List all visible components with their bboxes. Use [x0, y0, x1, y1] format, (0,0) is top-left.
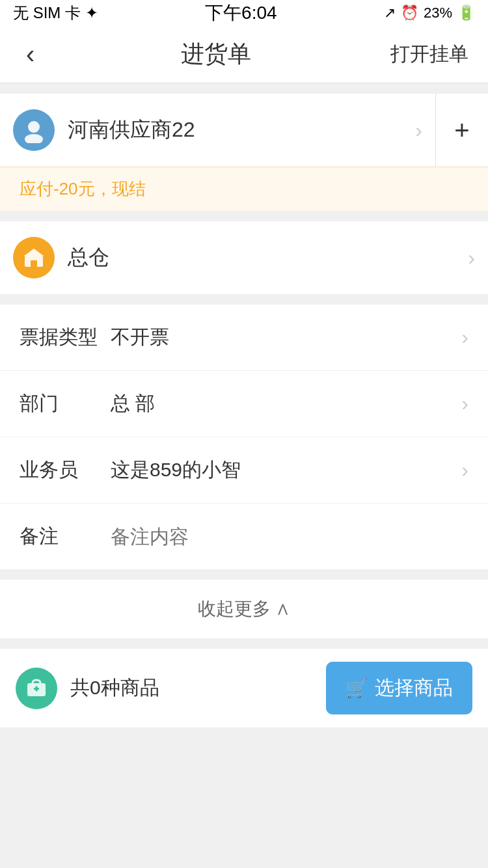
supplier-selector[interactable]: 河南供应商22 ›	[0, 94, 436, 167]
page-title: 进货单	[181, 38, 251, 70]
svg-point-0	[28, 121, 40, 133]
content: 河南供应商22 › + 应付-20元，现结 总仓 › 票据类型 不开票 › 部门…	[0, 94, 488, 868]
warehouse-icon	[13, 237, 55, 278]
warehouse-name: 总仓	[68, 243, 461, 272]
invoice-type-label: 票据类型	[20, 324, 111, 351]
no-sim-label: 无 SIM 卡 ✦	[13, 3, 98, 23]
select-btn-label: 选择商品	[375, 675, 453, 701]
note-input[interactable]	[111, 526, 468, 548]
nav-bar: ‹ 进货单 打开挂单	[0, 26, 488, 83]
salesman-label: 业务员	[20, 457, 111, 483]
add-supplier-button[interactable]: +	[436, 94, 488, 167]
note-row[interactable]: 备注	[0, 504, 488, 569]
product-icon	[16, 668, 57, 709]
info-banner: 应付-20元，现结	[0, 167, 488, 211]
supplier-name: 河南供应商22	[68, 116, 409, 144]
salesman-value: 这是859的小智	[111, 457, 455, 483]
cart-icon: 🛒	[346, 677, 368, 699]
department-label: 部门	[20, 390, 111, 417]
back-button[interactable]: ‹	[20, 33, 41, 75]
alarm-icon: ⏰	[401, 5, 418, 21]
note-label: 备注	[20, 523, 111, 550]
collapse-row[interactable]: 收起更多 ∧	[0, 580, 488, 638]
form-section: 票据类型 不开票 › 部门 总 部 › 业务员 这是859的小智 › 备注	[0, 305, 488, 569]
department-chevron-icon: ›	[461, 392, 468, 416]
status-right: ↗ ⏰ 23% 🔋	[384, 5, 475, 21]
department-value: 总 部	[111, 390, 455, 417]
svg-point-1	[25, 134, 43, 143]
supplier-avatar	[13, 109, 55, 151]
select-product-button[interactable]: 🛒 选择商品	[326, 662, 472, 714]
warehouse-chevron-icon: ›	[468, 246, 475, 270]
svg-marker-3	[23, 249, 44, 256]
svg-rect-4	[31, 260, 37, 267]
svg-rect-7	[36, 686, 38, 691]
status-time: 下午6:04	[205, 1, 277, 25]
supplier-section: 河南供应商22 › +	[0, 94, 488, 167]
supplier-chevron-icon: ›	[415, 118, 422, 142]
status-bar: 无 SIM 卡 ✦ 下午6:04 ↗ ⏰ 23% 🔋	[0, 0, 488, 26]
battery-icon: 🔋	[457, 5, 475, 21]
location-icon: ↗	[384, 5, 396, 21]
battery-label: 23%	[424, 5, 452, 21]
page-background	[0, 727, 488, 868]
salesman-row[interactable]: 业务员 这是859的小智 ›	[0, 437, 488, 504]
invoice-chevron-icon: ›	[461, 325, 468, 349]
status-left: 无 SIM 卡 ✦	[13, 3, 98, 23]
collapse-label: 收起更多 ∧	[198, 597, 291, 621]
bottom-bar: 共0种商品 🛒 选择商品	[0, 649, 488, 727]
department-row[interactable]: 部门 总 部 ›	[0, 371, 488, 437]
warehouse-selector[interactable]: 总仓 ›	[0, 221, 488, 294]
invoice-type-value: 不开票	[111, 324, 455, 351]
open-pending-button[interactable]: 打开挂单	[390, 41, 468, 68]
product-count: 共0种商品	[70, 675, 326, 701]
invoice-type-row[interactable]: 票据类型 不开票 ›	[0, 305, 488, 371]
salesman-chevron-icon: ›	[461, 458, 468, 482]
